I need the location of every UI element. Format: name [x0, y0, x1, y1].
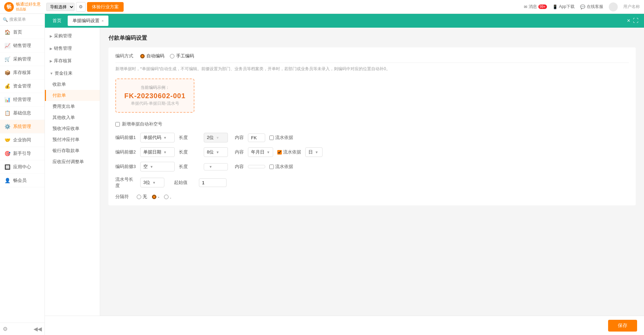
auto-code-radio[interactable]: [140, 54, 145, 58]
sidebar-item-inventory[interactable]: 📦 库存核算: [0, 66, 45, 80]
sidebar-item-vip[interactable]: 👤 畅会员: [0, 174, 45, 187]
code-preview-value: FK-20230602-001: [124, 92, 185, 100]
sidebar-item-purchase[interactable]: 🛒 采购管理: [0, 53, 45, 66]
settings-gear-btn[interactable]: ⚙: [76, 2, 86, 12]
dropdown-arrow2-icon: ▼: [163, 150, 167, 154]
sub-item-payments[interactable]: 付款单: [45, 90, 100, 101]
separator-label: 分隔符: [115, 194, 133, 200]
sep-dot-radio[interactable]: [164, 195, 169, 199]
start-value-input[interactable]: [199, 178, 227, 187]
experience-btn[interactable]: 体验行业方案: [87, 2, 124, 12]
sidebar-item-apps[interactable]: 🔲 应用中心: [0, 160, 45, 174]
sub-item-income[interactable]: 其他收入单: [45, 112, 100, 123]
sub-item-bank[interactable]: 银行存取款单: [45, 145, 100, 156]
sub-item-pre-payment[interactable]: 预付冲应付单: [45, 134, 100, 145]
nav-dropdown[interactable]: 导航选择: [46, 3, 75, 11]
prefix2-row: 编码前缀2 单据日期 ▼ 长度 8位 ▼ 内容 年月日: [115, 147, 629, 157]
tab-home[interactable]: 首页: [48, 16, 66, 26]
basic-icon: 📋: [4, 110, 10, 116]
sub-item-expenses[interactable]: 费用支出单: [45, 101, 100, 112]
arrow-icon: ▶: [50, 59, 52, 63]
day-value: 日: [308, 149, 313, 155]
prefix2-value: 单据日期: [143, 149, 161, 155]
sidebar-item-guide[interactable]: 🎯 新手引导: [0, 147, 45, 160]
inventory-icon: 📦: [4, 69, 10, 76]
app-download-btn[interactable]: 📱 App下载: [552, 4, 575, 10]
sub-group-sales-title[interactable]: ▶ 销售管理: [45, 43, 100, 54]
logo-text-block: 畅通过好生意 括品版: [16, 2, 41, 12]
sub-group-purchase-title[interactable]: ▶ 采购管理: [45, 30, 100, 41]
manual-code-option[interactable]: 手工编码: [170, 53, 194, 59]
sep-dash-radio[interactable]: [152, 195, 156, 199]
sidebar-item-basic[interactable]: 📋 基础信息: [0, 106, 45, 120]
user-avatar[interactable]: [609, 2, 618, 11]
logo-sub: 括品版: [16, 7, 41, 12]
system-icon: ⚙️: [4, 123, 10, 130]
sep-dot-option[interactable]: .: [164, 194, 171, 199]
auto-fill-checkbox[interactable]: [115, 122, 120, 127]
sidebar-item-finance[interactable]: 💰 资金管理: [0, 80, 45, 93]
encoding-method-label: 编码方式: [115, 53, 133, 59]
sidebar-item-label: 企业协同: [13, 137, 31, 143]
sub-item-receipts[interactable]: 收款单: [45, 79, 100, 90]
length2-label: 长度: [179, 149, 200, 155]
auto-code-option[interactable]: 自动编码: [140, 53, 164, 59]
tab-bar-fullscreen-btn[interactable]: ⛶: [633, 18, 638, 24]
follow-water2-checkbox[interactable]: [277, 150, 282, 155]
sub-item-pre-receipt[interactable]: 预收冲应收单: [45, 123, 100, 134]
online-service-btn[interactable]: 💬 在线客服: [580, 4, 603, 10]
length2-select[interactable]: 8位 ▼: [204, 147, 228, 157]
follow-water2-label: 流水依据: [283, 149, 301, 155]
sep-none-radio[interactable]: [137, 195, 141, 199]
sep-dash-option[interactable]: -: [152, 194, 159, 199]
sidebar-item-home[interactable]: 🏠 首页: [0, 26, 45, 39]
sep-none-option[interactable]: 无: [137, 194, 147, 200]
prefix3-select[interactable]: 空 ▼: [140, 162, 175, 171]
message-label: 消息: [529, 4, 537, 10]
tab-encoding[interactable]: 单据编码设置 ×: [68, 16, 108, 26]
collapse-btn[interactable]: ◀◀: [33, 326, 42, 332]
apps-icon: 🔲: [4, 164, 10, 170]
sidebar-item-label: 应用中心: [13, 164, 31, 170]
tab-encoding-label: 单据编码设置: [73, 18, 99, 24]
sidebar-item-enterprise[interactable]: 🤝 企业协同: [0, 133, 45, 147]
prefix2-select[interactable]: 单据日期 ▼: [140, 147, 175, 157]
dropdown-arrow7-icon: ▼: [209, 165, 212, 169]
sidebar-item-system[interactable]: ⚙️ 系统管理: [0, 120, 45, 133]
sidebar-search[interactable]: 🔍 搜索菜单: [0, 14, 45, 26]
manual-code-radio[interactable]: [170, 54, 174, 58]
sidebar-item-sales[interactable]: 📈 销售管理: [0, 39, 45, 53]
prefix2-label: 编码前缀2: [115, 149, 136, 155]
dropdown-arrow8-icon: ▼: [152, 181, 156, 185]
follow-water3-checkbox[interactable]: [269, 165, 274, 169]
length3-label: 长度: [179, 164, 200, 170]
prefix1-select[interactable]: 单据代码 ▼: [140, 133, 175, 142]
prefix1-row: 编码前缀1 单据代码 ▼ 长度 2位 ▼ 内容 FK: [115, 133, 629, 142]
prefix1-label: 编码前缀1: [115, 134, 136, 141]
settings-bottom-btn[interactable]: ⚙: [3, 326, 8, 332]
sidebar: 🔍 搜索菜单 🏠 首页 📈 销售管理 🛒 采购管理 📦 库存核算 💰: [0, 14, 45, 335]
sidebar-item-label: 库存核算: [13, 69, 31, 76]
sub-group-inventory-title[interactable]: ▶ 库存核算: [45, 55, 100, 66]
sub-group-fund-title[interactable]: ▼ 资金往来: [45, 68, 100, 79]
sidebar-item-operation[interactable]: 📊 经营管理: [0, 93, 45, 106]
length1-label: 长度: [179, 134, 200, 141]
dropdown-arrow4-icon: ▼: [267, 150, 270, 154]
tab-close-icon[interactable]: ×: [102, 19, 104, 23]
day-select[interactable]: 日 ▼: [305, 147, 323, 157]
app-download-label: App下载: [559, 4, 575, 10]
sub-item-adjustment[interactable]: 应收应付调整单: [45, 156, 100, 167]
follow-water1-checkbox[interactable]: [269, 136, 274, 140]
save-button[interactable]: 保存: [608, 320, 637, 332]
encoding-method-row: 编码方式 自动编码 手工编码: [115, 53, 629, 59]
sub-sidebar: ▶ 采购管理 ▶ 销售管理 ▶ 库存核算: [45, 28, 100, 316]
sidebar-item-label: 采购管理: [13, 56, 31, 62]
tab-bar-close-btn[interactable]: ×: [627, 18, 630, 24]
content2-select[interactable]: 年月日 ▼: [248, 147, 273, 157]
follow-water2: 流水依据: [277, 149, 301, 155]
water-length-select[interactable]: 3位 ▼: [140, 178, 164, 187]
length3-select[interactable]: ▼: [204, 163, 228, 170]
message-btn[interactable]: ✉ 消息 99+: [524, 4, 547, 10]
sub-group-label: 库存核算: [54, 58, 72, 64]
message-icon: ✉: [524, 4, 527, 9]
